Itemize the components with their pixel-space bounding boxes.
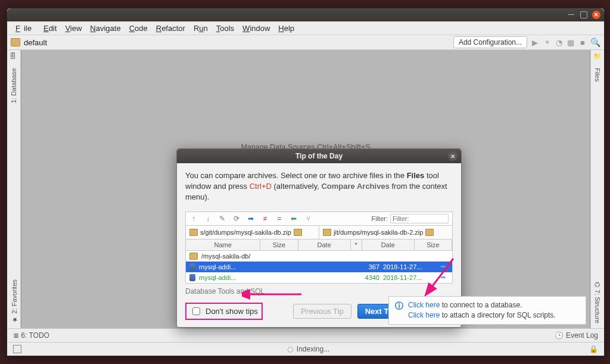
coverage-icon[interactable]: ◔ (555, 38, 563, 46)
equal-icon[interactable]: = (275, 214, 284, 223)
menu-refactor[interactable]: Refactor (152, 23, 189, 34)
menu-bar: File Edit View Navigate Code Refactor Ru… (7, 21, 604, 35)
row-date: 2018-11-27... (383, 263, 437, 270)
menu-file[interactable]: File (12, 23, 39, 34)
col-name[interactable]: Name (186, 239, 260, 250)
lock-icon[interactable]: 🔒 (589, 345, 598, 353)
arrow-up-icon[interactable]: ↑ (189, 214, 198, 223)
menu-edit[interactable]: Edit (40, 23, 60, 34)
editor-canvas: Manage Data Sources Ctrl+Alt+Shift+S Tip… (21, 50, 590, 328)
table-row[interactable]: mysql-addi... 4340 2018-11-27... ➡ (186, 272, 452, 283)
files-tool-icon[interactable]: 📁 (593, 52, 602, 61)
table-row-folder[interactable]: /mysql-sakila-db/ (186, 251, 452, 262)
folder-icon (294, 229, 302, 236)
project-name[interactable]: default (24, 38, 47, 47)
compare-path-left[interactable]: s/git/dumps/mysql-sakila-db.zip (186, 226, 319, 239)
col-date2[interactable]: Date (362, 239, 415, 250)
info-icon: ⓘ (395, 300, 403, 321)
todo-tool-button[interactable]: ≣ 6: TODO (13, 331, 49, 340)
previous-tip-button[interactable]: Previous Tip (293, 304, 351, 319)
col-diff[interactable]: * (351, 239, 362, 250)
edit-icon[interactable]: ✎ (218, 214, 226, 223)
arrow-down-icon[interactable]: ↓ (204, 214, 212, 223)
row-filename: mysql-addi... (199, 274, 236, 281)
dont-show-tips-input[interactable] (192, 307, 200, 315)
col-size2[interactable]: Size (415, 239, 452, 250)
filter-label: Filter: (372, 215, 388, 222)
sql-file-icon (189, 274, 195, 281)
hint-text: to connect to a database. (440, 301, 522, 309)
menu-tools[interactable]: Tools (213, 23, 238, 34)
main-area: 🗄 1: Database ★ 2: Favorites Manage Data… (7, 50, 604, 328)
compare-archives-panel: ↑ ↓ ✎ ⟳ ➡ ≠ = ⬅ ⑂ Filter: (185, 211, 453, 284)
compare-path-right[interactable]: jit/dumps/mysql-sakila-db-2.zip (319, 226, 452, 239)
compare-header: Name Size Date * Date Size (186, 239, 452, 251)
body-text: You can compare archives. Select one or … (185, 171, 407, 180)
navigation-toolbar: default Add Configuration... ▶ ⌖ ◔ ▦ ■ 🔍 (7, 35, 604, 50)
dont-show-tips-checkbox[interactable]: Don't show tips (185, 303, 263, 320)
event-log-button[interactable]: 🕒 Event Log (555, 331, 598, 340)
not-equal-icon[interactable]: ≠ (261, 214, 269, 223)
attach-dir-link[interactable]: Click here (408, 311, 440, 319)
compare-paths: s/git/dumps/mysql-sakila-db.zip jit/dump… (186, 226, 452, 239)
add-configuration-button[interactable]: Add Configuration... (453, 36, 527, 48)
menu-help[interactable]: Help (275, 23, 298, 34)
refresh-icon[interactable]: ⟳ (232, 214, 241, 223)
menu-view[interactable]: View (61, 23, 85, 34)
compare-toolbar: ↑ ↓ ✎ ⟳ ➡ ≠ = ⬅ ⑂ Filter: (186, 212, 452, 226)
dont-show-tips-label: Don't show tips (206, 307, 258, 316)
tool-window-toggle-icon[interactable] (13, 345, 21, 353)
right-tool-strip: 📁 Files ⌬ 7: Structure (590, 50, 604, 328)
col-size[interactable]: Size (260, 239, 298, 250)
debug-icon[interactable]: ⌖ (543, 38, 551, 46)
row-size: 4340 (350, 274, 379, 281)
branch-icon[interactable]: ⑂ (304, 214, 312, 223)
col-date[interactable]: Date (298, 239, 351, 250)
window-close-button[interactable] (592, 11, 600, 19)
diff-arrow-icon[interactable]: ➡ (440, 273, 449, 281)
row-filename: mysql-addi... (199, 263, 236, 270)
sql-file-icon (189, 263, 195, 270)
shortcut-label: Ctrl+D (250, 182, 272, 191)
filter-input[interactable] (390, 214, 449, 223)
folder-name: /mysql-sakila-db/ (201, 253, 251, 260)
app-window: File Edit View Navigate Code Refactor Ru… (7, 8, 605, 356)
profile-icon[interactable]: ▦ (567, 38, 575, 46)
window-maximize-button[interactable] (580, 11, 587, 18)
menu-run[interactable]: Run (190, 23, 211, 34)
dialog-close-icon[interactable]: ✕ (448, 151, 458, 161)
path-right-text: jit/dumps/mysql-sakila-db-2.zip (334, 229, 423, 236)
sync-left-icon[interactable]: ⬅ (290, 214, 298, 223)
menu-window[interactable]: Window (239, 23, 273, 34)
left-tool-strip: 🗄 1: Database ★ 2: Favorites (7, 50, 21, 328)
compare-archives-label: Compare Archives (321, 182, 389, 191)
stop-icon[interactable]: ■ (578, 38, 587, 46)
bottom-toolbar: ≣ 6: TODO 🕒 Event Log (7, 328, 604, 343)
diff-arrow-icon[interactable]: ➡ (440, 263, 449, 270)
sync-right-icon[interactable]: ➡ (247, 214, 255, 223)
row-date: 2018-11-27... (383, 274, 437, 281)
window-titlebar (7, 8, 604, 21)
files-tool-label[interactable]: Files (594, 66, 601, 84)
connect-link[interactable]: Click here (408, 301, 440, 309)
project-icon (11, 38, 20, 46)
dialog-title-text: Tip of the Day (295, 152, 343, 160)
folder-icon (425, 229, 434, 236)
structure-tool-label[interactable]: ⌬ 7: Structure (594, 282, 602, 323)
status-text: Indexing... (297, 345, 329, 353)
dialog-titlebar[interactable]: Tip of the Day ✕ (177, 149, 461, 163)
search-everywhere-icon[interactable]: 🔍 (590, 38, 600, 47)
folder-icon (189, 253, 198, 260)
files-toolwindow-label: Files (407, 171, 425, 180)
favorites-tool-label[interactable]: ★ 2: Favorites (10, 279, 18, 323)
connect-hint-panel: ⓘ Click here to connect to a database. C… (388, 296, 586, 325)
path-left-text: s/git/dumps/mysql-sakila-db.zip (200, 229, 291, 236)
database-tool-icon[interactable]: 🗄 (10, 52, 18, 61)
menu-code[interactable]: Code (126, 23, 151, 34)
hint-text: to attach a directory for SQL scripts. (440, 311, 555, 319)
database-tool-label[interactable]: 1: Database (10, 66, 17, 105)
run-icon[interactable]: ▶ (531, 38, 539, 46)
table-row-selected[interactable]: mysql-addi... 367 2018-11-27... ➡ (186, 262, 452, 272)
window-minimize-button[interactable] (567, 11, 575, 19)
menu-navigate[interactable]: Navigate (86, 23, 124, 34)
